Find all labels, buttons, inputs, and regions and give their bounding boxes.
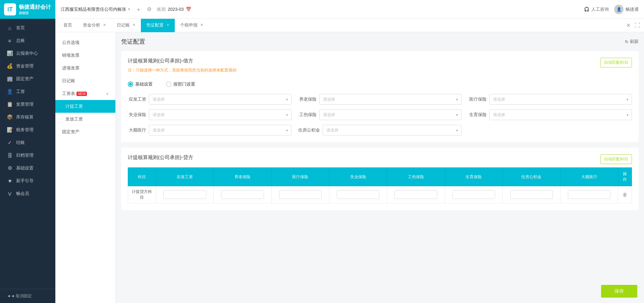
select-salary-arrow: ▾ (286, 98, 288, 101)
sidebar-item-home[interactable]: ⌂ 首页 (0, 21, 55, 34)
tab-home[interactable]: 首页 (58, 19, 77, 32)
sidebar-label-salary: 工资 (16, 89, 25, 95)
col-injury: 工伤保险 (387, 168, 445, 186)
delete-row-icon[interactable]: 🗑 (623, 192, 627, 197)
select-medical[interactable]: 请选择 ▾ (489, 94, 632, 105)
cell-medical-input[interactable] (271, 186, 329, 203)
unpin-button[interactable]: ◄◄ 取消固定 (0, 289, 55, 303)
select-housing[interactable]: 请选择 ▾ (323, 125, 462, 136)
sidebar-label-reports: 云报表中心 (16, 50, 38, 56)
sidebar-item-close[interactable]: ✓ 结账 (0, 136, 55, 149)
tab-capital-close[interactable]: ✕ (103, 23, 106, 27)
tab-tax-close[interactable]: ✕ (200, 23, 203, 27)
input-medical[interactable] (279, 190, 322, 199)
sidebar-item-capital[interactable]: 💰 资金管理 (0, 60, 55, 72)
sidebar-label-vip: 畅会员 (16, 191, 29, 197)
nav-item-sales[interactable]: 销项发票 (55, 49, 115, 62)
select-unemployment[interactable]: 请选择 ▾ (149, 109, 291, 120)
col-housing: 住房公积金 (502, 168, 560, 186)
nav-item-public[interactable]: 公共选项 (55, 36, 115, 49)
nav-item-fixed-assets[interactable]: 固定资产 (55, 125, 115, 138)
nav-item-salary-accrual[interactable]: 计提工资 (55, 100, 115, 113)
nav-item-salary-table[interactable]: 工资表NEW ∨ (55, 87, 115, 100)
user-label: 畅捷通 (626, 6, 639, 12)
sidebar-item-vip[interactable]: V 畅会员 (0, 187, 55, 200)
debit-card-title: 计提核算规则(公司承担)-借方 (128, 58, 236, 64)
close-window-icon[interactable]: ✕ (626, 22, 631, 29)
tab-tax[interactable]: 个税申报 ✕ (175, 19, 209, 32)
nav-label-public: 公共选项 (62, 40, 79, 46)
table-row: 计提贷方科目 🗑 (128, 186, 632, 203)
nav-item-journal[interactable]: 日记账 (55, 74, 115, 87)
select-injury-arrow: ▾ (456, 113, 458, 117)
company-dropdown-icon: ▾ (128, 7, 130, 11)
tax-icon: 📝 (7, 127, 13, 133)
label-pension: 养老保险 (298, 96, 317, 102)
service-button[interactable]: 🎧 人工咨询 (584, 6, 609, 12)
radio-dept[interactable]: 按部门设置 (166, 81, 195, 87)
input-housing[interactable] (510, 190, 553, 199)
tab-journal-close[interactable]: ✕ (132, 23, 136, 27)
user-menu[interactable]: 👤 畅捷通 (614, 5, 639, 14)
select-large-medical[interactable]: 请选择 ▾ (149, 125, 291, 136)
period-selector[interactable]: 账期 2023-03 📅 (157, 6, 191, 12)
vip-icon: V (7, 191, 13, 197)
save-button[interactable]: 保存 (601, 285, 637, 298)
select-salary[interactable]: 请选择 ▾ (149, 94, 291, 105)
tab-journal[interactable]: 日记账 ✕ (111, 19, 141, 32)
sidebar-label-settings: 基础设置 (16, 165, 34, 171)
sidebar-item-reports[interactable]: 📊 云报表中心 (0, 47, 55, 60)
archive-icon: 🗄 (7, 153, 13, 158)
tab-voucher-close[interactable]: ✕ (166, 23, 169, 27)
sidebar-item-assets[interactable]: 🏢 固定资产 (0, 72, 55, 85)
cell-subject-label: 计提贷方科目 (128, 186, 156, 203)
select-maternity[interactable]: 请选择 ▾ (489, 109, 632, 120)
cell-unemployment-input[interactable] (329, 186, 387, 203)
cell-delete[interactable]: 🗑 (618, 186, 632, 203)
expand-icon[interactable]: ⛶ (635, 22, 640, 29)
new-badge: NEW (76, 92, 87, 96)
credit-card-header: 计提核算规则(公司承担)-贷方 自动匹配科目 (128, 154, 632, 164)
sidebar-label-close: 结账 (16, 140, 25, 146)
add-button[interactable]: ＋ (134, 5, 143, 13)
refresh-button[interactable]: ↻ 刷新 (625, 39, 639, 45)
sidebar-item-ledger[interactable]: ≡ 总账 (0, 34, 55, 47)
tab-voucher[interactable]: 凭证配置 ✕ (141, 19, 175, 32)
cell-maternity-input[interactable] (445, 186, 502, 203)
input-injury[interactable] (394, 190, 437, 199)
headset-icon: 🎧 (584, 7, 589, 12)
radio-basic[interactable]: 基础设置 (128, 81, 153, 87)
sidebar-item-archive[interactable]: 🗄 归档管理 (0, 149, 55, 162)
sidebar-item-salary[interactable]: 👤 工资 (0, 85, 55, 98)
input-salary[interactable] (163, 190, 206, 199)
service-label: 人工咨询 (591, 6, 609, 12)
input-pension[interactable] (221, 190, 264, 199)
nav-item-purchase[interactable]: 进项发票 (55, 62, 115, 74)
calendar-icon: 📅 (186, 7, 191, 12)
main-area: 江西服宝精品有限责任公司内账张 ▾ ＋ ⚙ 账期 2023-03 📅 🎧 人工咨… (55, 0, 644, 303)
select-injury[interactable]: 请选择 ▾ (319, 109, 462, 120)
cell-housing-input[interactable] (502, 186, 560, 203)
cell-large-medical-input[interactable] (560, 186, 618, 203)
debit-auto-match-button[interactable]: 自动匹配科目 (600, 58, 632, 67)
tabbar: 首页 资金分析 ✕ 日记账 ✕ 凭证配置 ✕ 个税申报 ✕ ✕ ⛶ (55, 19, 644, 32)
company-selector[interactable]: 江西服宝精品有限责任公司内账张 ▾ (61, 6, 130, 12)
sidebar-item-guide[interactable]: ★ 新手引导 (0, 174, 55, 187)
credit-auto-match-button[interactable]: 自动匹配科目 (600, 154, 632, 164)
tab-capital[interactable]: 资金分析 ✕ (77, 19, 111, 32)
select-pension[interactable]: 请选择 ▾ (319, 94, 462, 105)
sidebar-item-inventory[interactable]: 📦 库存核算 (0, 111, 55, 123)
cell-injury-input[interactable] (387, 186, 445, 203)
sidebar-item-invoice[interactable]: 📋 发票管理 (0, 98, 55, 111)
nav-item-salary-payment[interactable]: 发放工资 (55, 113, 115, 125)
sidebar-item-tax[interactable]: 📝 税务管理 (0, 123, 55, 136)
cell-pension-input[interactable] (214, 186, 271, 203)
input-large-medical[interactable] (568, 190, 610, 199)
cell-salary-input[interactable] (156, 186, 214, 203)
settings-button[interactable]: ⚙ (147, 6, 152, 12)
content-area: 公共选项 销项发票 进项发票 日记账 工资表NEW ∨ 计提工资 发放工资 (55, 32, 644, 303)
input-unemployment[interactable] (337, 190, 379, 199)
input-maternity[interactable] (452, 190, 495, 199)
sidebar-item-settings[interactable]: ⚙ 基础设置 (0, 162, 55, 174)
debit-rule-card: 计提核算规则(公司承担)-借方 注：只能选择一种方式，系统将按照您当前的选择来配… (121, 51, 639, 142)
